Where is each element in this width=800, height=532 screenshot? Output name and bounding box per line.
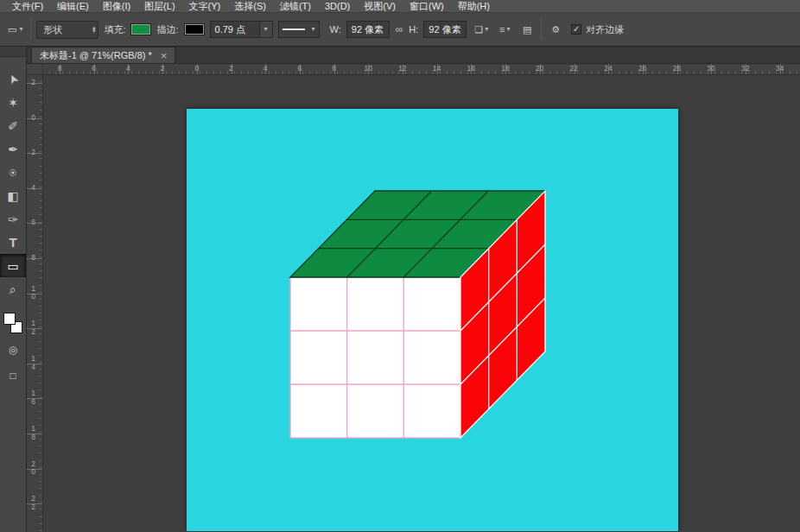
ruler-number: 22 [30,495,36,512]
tool-mode-select[interactable]: 形状 ▴ ▾ [36,21,98,39]
checkbox-icon: ✓ [571,24,581,35]
link-dimensions-icon[interactable]: ∞ [395,23,404,35]
menu-item[interactable]: 文件(F) [5,0,50,12]
panel-grip[interactable] [0,47,26,57]
ruler-tick: 0 [197,64,232,74]
stroke-width-dropdown[interactable]: ▾ [260,21,273,38]
menu-item[interactable]: 编辑(E) [50,0,96,12]
document-tab[interactable]: 未标题-1 @ 71%(RGB/8) * × [31,47,175,63]
geometry-options-button[interactable]: ⚙ [547,20,564,39]
main-area: ➤ ✶ ✐ ✒ ⍟ [0,47,800,532]
ruler-number: 26 [638,65,646,73]
document-area: 未标题-1 @ 71%(RGB/8) * × 8 6 [27,47,800,532]
menu-item[interactable]: 选择(S) [227,0,273,12]
width-value: 92 像素 [352,23,384,36]
ruler-tick: 22 [27,504,42,532]
stroke-label: 描边: [156,23,178,36]
color-swatches [3,313,22,333]
screen-mode-button[interactable]: □ [0,366,26,385]
ruler-tick: 4 [128,64,162,74]
horizontal-ruler[interactable]: 8 6 4 2 [43,64,800,75]
tool-glyph: ✑ [8,213,18,225]
ruler-tick: 6 [94,64,129,74]
ruler-tick: 22 [574,64,608,74]
ruler-number: 24 [604,65,612,73]
height-field[interactable]: 92 像素 [423,21,467,38]
chevron-down-icon: ▾ [506,26,510,33]
ruler-number: 8 [332,65,336,73]
fill-color-swatch[interactable] [130,23,151,35]
menu-item[interactable]: 视图(V) [357,0,403,12]
tool-preset-picker[interactable]: ▭ ▾ [5,22,25,37]
ruler-tick: 26 [643,64,677,74]
zoom-tool[interactable]: ⌕ [0,277,26,301]
clone-stamp-tool[interactable]: ⍟ [0,161,26,184]
ruler-number: 6 [30,218,36,227]
rectangle-tool[interactable]: ▭ [0,254,26,277]
path-arrange-icon: ▤ [523,24,531,35]
ruler-number: 6 [297,65,302,73]
path-arrange-button[interactable]: ▤ [518,20,536,39]
menu-item[interactable]: 文字(Y) [182,0,228,12]
ruler-origin-corner[interactable] [27,64,43,75]
width-field[interactable]: 92 像素 [346,21,390,38]
menu-item[interactable]: 图像(I) [96,0,137,12]
ruler-number: 0 [194,65,199,73]
ruler-tick: 16 [471,64,505,74]
ruler-tick: 32 [746,64,780,74]
document-canvas[interactable] [187,109,678,531]
magic-wand-tool[interactable]: ✶ [0,91,26,114]
screen-mode-icon: □ [10,370,16,382]
height-label: H: [409,24,418,35]
stroke-width-field[interactable]: 0.79 点 [210,21,260,38]
tool-glyph: ✐ [8,120,18,132]
type-tool[interactable]: T [0,231,26,254]
menu-item[interactable]: 滤镜(T) [273,0,318,12]
ruler-tick: 20 [540,64,575,74]
ruler-number: 8 [30,254,36,263]
menu-bar: 文件(F) 编辑(E) 图像(I) 图层(L) 文字(Y) 选择(S) 滤镜(T… [0,0,800,13]
gradient-tool[interactable]: ◧ [0,184,26,207]
ruler-number: 22 [570,65,578,73]
ruler-number: 2 [30,79,36,87]
path-alignment-button[interactable]: ≡ ▾ [496,20,513,39]
ruler-number: 4 [263,65,268,73]
menu-item[interactable]: 图层(L) [137,0,181,12]
chevron-down-icon: ▾ [485,26,488,33]
foreground-color-swatch[interactable] [3,313,16,325]
stroke-style-select[interactable]: ▾ [278,21,320,38]
quick-mask-button[interactable]: ◎ [0,340,26,359]
move-tool[interactable]: ➤ [0,67,26,91]
ruler-tick: 30 [711,64,746,74]
tool-glyph: ➤ [5,72,21,86]
canvas-workspace[interactable] [43,75,800,532]
chevron-down-icon: ▾ [19,26,22,33]
ruler-number: 8 [58,65,62,73]
path-operations-button[interactable]: ❏ ▾ [472,20,491,39]
vertical-ruler[interactable]: 2 0 2 4 [27,75,43,532]
ruler-tick: 2 [231,64,265,74]
menu-item[interactable]: 3D(D) [318,0,357,12]
tool-glyph: ✒ [8,143,18,155]
ruler-number: 14 [30,355,36,372]
tool-mode-value: 形状 [43,23,62,36]
ruler-number: 14 [433,65,441,73]
separator [541,19,542,40]
separator [30,19,31,40]
eyedropper-tool[interactable]: ✐ [0,114,26,137]
menu-item[interactable]: 窗口(W) [403,0,451,12]
ruler-tick: 8 [334,64,369,74]
rubiks-cube-shape [187,109,678,531]
ruler-tick: 14 [437,64,472,74]
spinner-arrows-icon: ▴ ▾ [92,26,96,34]
pen-tool[interactable]: ✑ [0,207,26,231]
cube-front-face [290,277,460,438]
brush-tool[interactable]: ✒ [0,137,26,161]
stroke-color-swatch[interactable] [184,23,205,35]
ruler-tick: 12 [403,64,437,74]
align-edges-checkbox[interactable]: ✓ 对齐边缘 [571,23,624,36]
path-operations-icon: ❏ [474,24,483,35]
close-tab-icon[interactable]: × [161,50,168,61]
menu-item[interactable]: 帮助(H) [451,0,497,12]
ruler-number: 18 [30,425,36,442]
